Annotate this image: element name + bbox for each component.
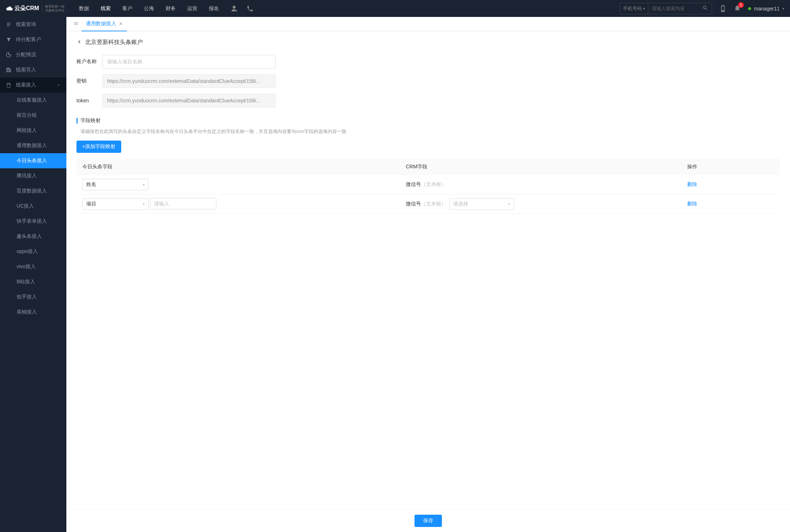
sidebar-subitem-腾讯接入[interactable]: 腾讯接入 xyxy=(0,168,66,183)
sidebar-subitem-oppo接入[interactable]: oppo接入 xyxy=(0,244,66,259)
header-icons xyxy=(231,5,254,12)
crm-field-hint: （文本框） xyxy=(421,201,446,207)
toutiao-extra-input[interactable] xyxy=(150,198,216,209)
crm-field-label: 微信号 xyxy=(406,201,421,207)
phone-icon[interactable] xyxy=(246,5,254,12)
sidebar-subitem-B站接入[interactable]: B站接入 xyxy=(0,274,66,289)
notification-bell[interactable]: 5 xyxy=(734,4,741,13)
search-button[interactable] xyxy=(699,5,712,12)
nav-公海[interactable]: 公海 xyxy=(144,5,154,12)
account-name-input[interactable] xyxy=(102,55,276,68)
table-row: 项目▾ 微信号（文本框） 请选择▾删除 xyxy=(76,194,780,214)
export-icon xyxy=(6,67,12,73)
chevron-up-icon xyxy=(56,83,61,87)
back-button[interactable] xyxy=(76,39,82,46)
crm-field-label: 微信号 xyxy=(406,181,421,187)
logo-subtitle: 教育机构一站 式服务云平台 xyxy=(42,5,65,13)
field-mapping-help: 请确保您在此填写的头条自定义字段名称与在今日头条平台中自定义的字段名称一致，并且… xyxy=(80,128,780,135)
table-row: 姓名▾微信号（文本框）删除 xyxy=(76,175,780,194)
field-mapping-title: 字段映射 xyxy=(76,118,780,124)
footer-bar: 保存 xyxy=(66,509,790,532)
secret-input[interactable] xyxy=(102,74,276,88)
sidebar-subitem-留言分组[interactable]: 留言分组 xyxy=(0,108,66,123)
account-name-label: 账户名称 xyxy=(76,58,102,65)
plug-icon xyxy=(6,82,12,88)
col-crm-field: CRM字段 xyxy=(400,159,681,175)
logo: 云朵CRM 教育机构一站 式服务云平台 xyxy=(6,5,65,13)
col-toutiao-field: 今日头条字段 xyxy=(76,159,400,175)
col-action: 操作 xyxy=(681,159,780,175)
delete-row-link[interactable]: 删除 xyxy=(687,201,697,207)
status-dot-icon xyxy=(748,7,751,10)
sidebar: 线索查询待分配客户分配情况线索导入线索接入在线客服接入留言分组网校接入通用数据接… xyxy=(0,17,66,532)
sidebar-subitem-美柚接入[interactable]: 美柚接入 xyxy=(0,305,66,320)
tab-close-icon[interactable]: ✕ xyxy=(119,21,123,26)
user-menu[interactable]: manager11 ▾ xyxy=(748,6,784,12)
user-add-icon[interactable] xyxy=(231,5,238,12)
search-input[interactable] xyxy=(648,6,699,11)
notification-badge: 5 xyxy=(738,2,744,8)
page-content: 北京昱新科技头条账户 账户名称 密钥 token 字段映射 请确保您在此填写的头… xyxy=(66,31,790,532)
sidebar-item-线索接入[interactable]: 线索接入 xyxy=(0,77,66,93)
sidebar-subitem-知乎接入[interactable]: 知乎接入 xyxy=(0,289,66,305)
sidebar-item-线索查询[interactable]: 线索查询 xyxy=(0,17,66,32)
nav-财务[interactable]: 财务 xyxy=(166,5,176,12)
nav-数据[interactable]: 数据 xyxy=(79,5,89,12)
filter-icon xyxy=(6,37,12,43)
page-title: 北京昱新科技头条账户 xyxy=(85,39,143,46)
chevron-left-icon xyxy=(76,39,82,45)
logo-text: 云朵CRM xyxy=(6,5,39,12)
top-header: 云朵CRM 教育机构一站 式服务云平台 数据线索客户公海财务运营报名 手机号码 … xyxy=(0,0,790,17)
username: manager11 xyxy=(754,6,780,12)
tab-通用数据接入[interactable]: 通用数据接入✕ xyxy=(82,17,127,31)
breadcrumb: 北京昱新科技头条账户 xyxy=(76,39,780,46)
sidebar-subitem-网校接入[interactable]: 网校接入 xyxy=(0,123,66,138)
doc-icon xyxy=(6,22,12,27)
sidebar-item-待分配客户[interactable]: 待分配客户 xyxy=(0,32,66,47)
toutiao-field-select[interactable]: 项目▾ xyxy=(82,198,149,210)
sidebar-subitem-vivo接入[interactable]: vivo接入 xyxy=(0,259,66,274)
sidebar-subitem-通用数据接入[interactable]: 通用数据接入 xyxy=(0,138,66,153)
search-group: 手机号码 ▾ xyxy=(620,3,712,14)
toutiao-field-select[interactable]: 姓名▾ xyxy=(82,179,149,190)
secret-label: 密钥 xyxy=(76,78,102,84)
sidebar-subitem-在线客服接入[interactable]: 在线客服接入 xyxy=(0,93,66,108)
crm-field-hint: （文本框） xyxy=(421,181,446,187)
sidebar-subitem-趣头条接入[interactable]: 趣头条接入 xyxy=(0,229,66,244)
mobile-icon[interactable] xyxy=(719,5,727,12)
sidebar-subitem-UC接入[interactable]: UC接入 xyxy=(0,199,66,214)
main-content: 通用数据接入✕ 北京昱新科技头条账户 账户名称 密钥 token xyxy=(66,17,790,532)
token-input[interactable] xyxy=(102,94,276,107)
tabs-collapse-icon[interactable] xyxy=(71,21,82,27)
save-button[interactable]: 保存 xyxy=(414,515,442,527)
nav-线索[interactable]: 线索 xyxy=(101,5,111,12)
crm-field-select[interactable]: 请选择▾ xyxy=(449,198,514,210)
nav-客户[interactable]: 客户 xyxy=(122,5,132,12)
tabs-bar: 通用数据接入✕ xyxy=(66,17,790,31)
top-nav: 数据线索客户公海财务运营报名 xyxy=(79,5,219,12)
field-mapping-table: 今日头条字段 CRM字段 操作 姓名▾微信号（文本框）删除项目▾ 微信号（文本框… xyxy=(76,159,780,214)
sidebar-item-分配情况[interactable]: 分配情况 xyxy=(0,47,66,62)
add-field-mapping-button[interactable]: +添加字段映射 xyxy=(76,141,121,153)
chevron-down-icon: ▾ xyxy=(782,6,784,10)
nav-报名[interactable]: 报名 xyxy=(209,5,219,12)
search-icon xyxy=(702,5,708,11)
sidebar-subitem-今日头条接入[interactable]: 今日头条接入 xyxy=(0,153,66,168)
search-type-select[interactable]: 手机号码 ▾ xyxy=(620,3,648,14)
sidebar-subitem-快手表单接入[interactable]: 快手表单接入 xyxy=(0,214,66,229)
delete-row-link[interactable]: 删除 xyxy=(687,181,697,187)
nav-运营[interactable]: 运营 xyxy=(187,5,197,12)
chart-icon xyxy=(6,52,12,58)
token-label: token xyxy=(76,98,102,103)
sidebar-subitem-百度数据接入[interactable]: 百度数据接入 xyxy=(0,183,66,199)
sidebar-item-线索导入[interactable]: 线索导入 xyxy=(0,62,66,77)
svg-point-0 xyxy=(233,6,236,8)
